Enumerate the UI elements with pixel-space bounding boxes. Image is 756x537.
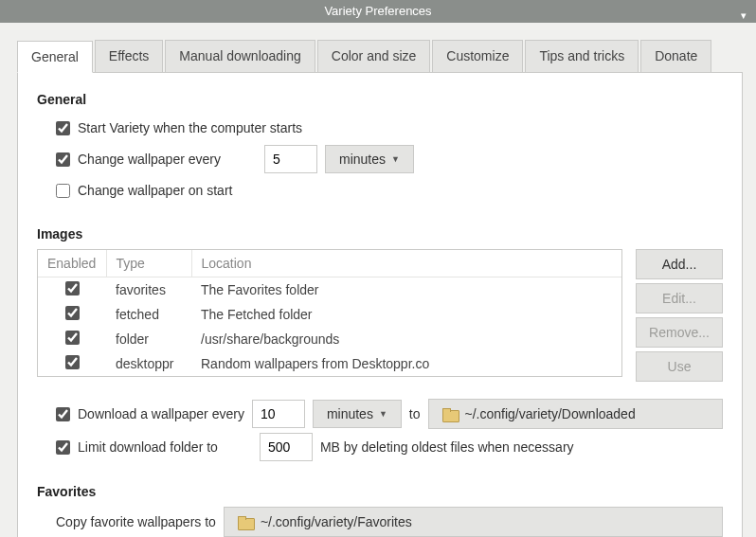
row-change-every: Change wallpaper every minutes ▼ <box>56 145 723 173</box>
add-button[interactable]: Add... <box>636 249 723 279</box>
table-row[interactable]: desktoppr Random wallpapers from Desktop… <box>38 351 621 376</box>
checkbox-download-every[interactable] <box>56 407 70 421</box>
label-change-every: Change wallpaper every <box>78 152 221 167</box>
row-favorites-copy: Copy favorite wallpapers to ~/.config/va… <box>56 507 723 537</box>
folder-icon <box>238 516 253 528</box>
label-change-on-start: Change wallpaper on start <box>78 183 232 198</box>
input-download-interval[interactable] <box>252 400 305 428</box>
folder-icon <box>442 408 458 421</box>
label-download-every: Download a wallpaper every <box>78 406 244 421</box>
label-limit-folder: Limit download folder to <box>78 439 218 455</box>
section-favorites-title: Favorites <box>37 484 723 499</box>
tab-bar: General Effects Manual downloading Color… <box>17 40 743 73</box>
tab-customize[interactable]: Customize <box>432 40 523 72</box>
col-type[interactable]: Type <box>106 250 191 277</box>
section-images-title: Images <box>37 226 723 242</box>
tab-manual-downloading[interactable]: Manual downloading <box>165 40 315 72</box>
images-area: Enabled Type Location favorites The Favo… <box>37 249 723 382</box>
window-title: Variety Preferences <box>324 4 431 18</box>
tab-general[interactable]: General <box>17 41 93 73</box>
use-button[interactable]: Use <box>636 351 723 382</box>
tab-donate[interactable]: Donate <box>640 40 711 72</box>
chevron-down-icon: ▼ <box>379 409 387 419</box>
content: General Effects Manual downloading Color… <box>0 23 756 537</box>
row-limit-folder: Limit download folder to MB by deleting … <box>56 433 723 461</box>
chevron-down-icon[interactable]: ▾ <box>741 4 747 27</box>
checkbox-source[interactable] <box>65 306 80 320</box>
checkbox-change-on-start[interactable] <box>56 184 70 198</box>
tab-tips-tricks[interactable]: Tips and tricks <box>525 40 639 72</box>
table-row[interactable]: folder /usr/share/backgrounds <box>38 327 621 351</box>
label-copy-favorites: Copy favorite wallpapers to <box>56 514 216 529</box>
tab-effects[interactable]: Effects <box>95 40 164 72</box>
input-limit-mb[interactable] <box>260 433 313 461</box>
favorites-folder-button[interactable]: ~/.config/variety/Favorites <box>224 507 723 537</box>
row-change-on-start: Change wallpaper on start <box>56 177 723 204</box>
col-location[interactable]: Location <box>191 250 621 277</box>
titlebar: Variety Preferences ▾ <box>0 0 756 23</box>
checkbox-start-on-boot[interactable] <box>56 121 70 135</box>
panel-general: General Start Variety when the computer … <box>17 73 743 537</box>
chevron-down-icon: ▼ <box>391 154 400 164</box>
checkbox-source[interactable] <box>65 331 80 345</box>
images-side-buttons: Add... Edit... Remove... Use <box>636 249 723 382</box>
checkbox-change-every[interactable] <box>56 152 70 167</box>
section-general-title: General <box>37 92 723 107</box>
dropdown-change-unit[interactable]: minutes ▼ <box>325 145 414 173</box>
remove-button[interactable]: Remove... <box>636 317 723 348</box>
row-download-every: Download a wallpaper every minutes ▼ to … <box>56 399 723 429</box>
checkbox-source[interactable] <box>65 355 80 369</box>
table-header-row: Enabled Type Location <box>38 250 621 277</box>
input-change-interval[interactable] <box>264 145 317 173</box>
col-enabled[interactable]: Enabled <box>38 250 106 277</box>
checkbox-source[interactable] <box>65 281 80 295</box>
images-table: Enabled Type Location favorites The Favo… <box>37 249 622 377</box>
edit-button[interactable]: Edit... <box>636 283 723 313</box>
download-folder-button[interactable]: ~/.config/variety/Downloaded <box>428 399 723 429</box>
table-row[interactable]: favorites The Favorites folder <box>38 277 621 303</box>
checkbox-limit-folder[interactable] <box>56 440 70 455</box>
dropdown-download-unit[interactable]: minutes ▼ <box>313 400 402 428</box>
table-row[interactable]: fetched The Fetched folder <box>38 302 621 327</box>
label-limit-suffix: MB by deleting oldest files when necessa… <box>320 439 574 455</box>
label-to: to <box>409 406 421 421</box>
tab-color-size[interactable]: Color and size <box>317 40 431 72</box>
row-start-on-boot: Start Variety when the computer starts <box>56 115 723 141</box>
label-start-on-boot: Start Variety when the computer starts <box>78 120 302 135</box>
